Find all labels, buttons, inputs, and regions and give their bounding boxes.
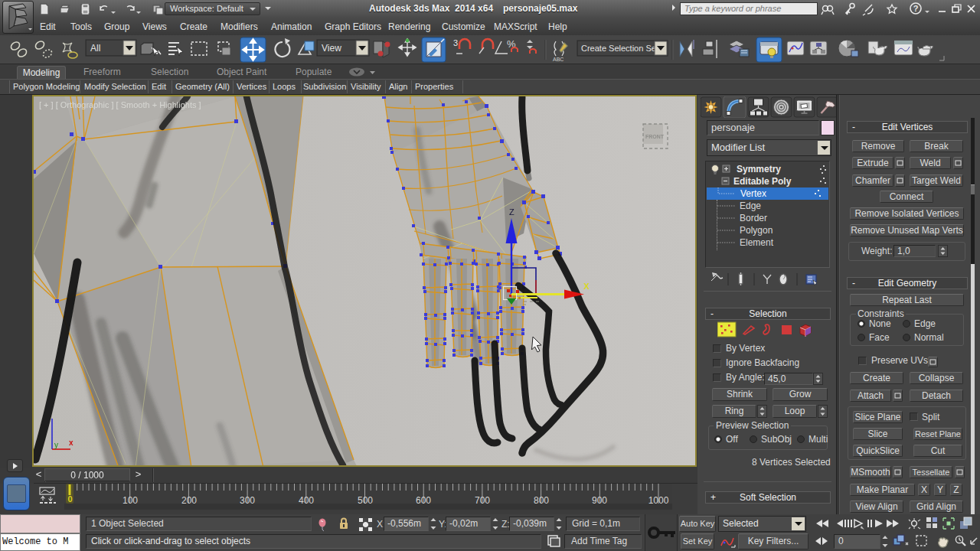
svg-text:x: x [69,439,74,447]
svg-text:700: 700 [475,495,490,506]
svg-text:600: 600 [416,495,431,506]
svg-text:View: View [322,43,341,54]
svg-text:900: 900 [592,495,607,506]
svg-text:ABC: ABC [553,57,564,62]
svg-text:3: 3 [453,38,458,47]
svg-text:FRONT: FRONT [645,134,665,139]
svg-text:0: 0 [67,494,72,504]
svg-text:200: 200 [181,495,197,506]
svg-text:All: All [90,43,100,54]
svg-text:400: 400 [299,495,314,506]
svg-text:Z: Z [509,207,514,217]
svg-text:500: 500 [358,495,373,506]
svg-text:?: ? [913,4,919,13]
svg-text:100: 100 [122,495,138,506]
svg-text:1000: 1000 [648,495,669,506]
svg-text:300: 300 [240,495,255,506]
svg-text:y: y [54,441,58,449]
svg-text:[ + ] [ Orthographic ] [ Smoot: [ + ] [ Orthographic ] [ Smooth + Highli… [39,100,201,109]
svg-text:X: X [583,282,590,291]
svg-text:800: 800 [534,495,549,506]
svg-text:Create Selection Se: Create Selection Se [581,44,656,53]
